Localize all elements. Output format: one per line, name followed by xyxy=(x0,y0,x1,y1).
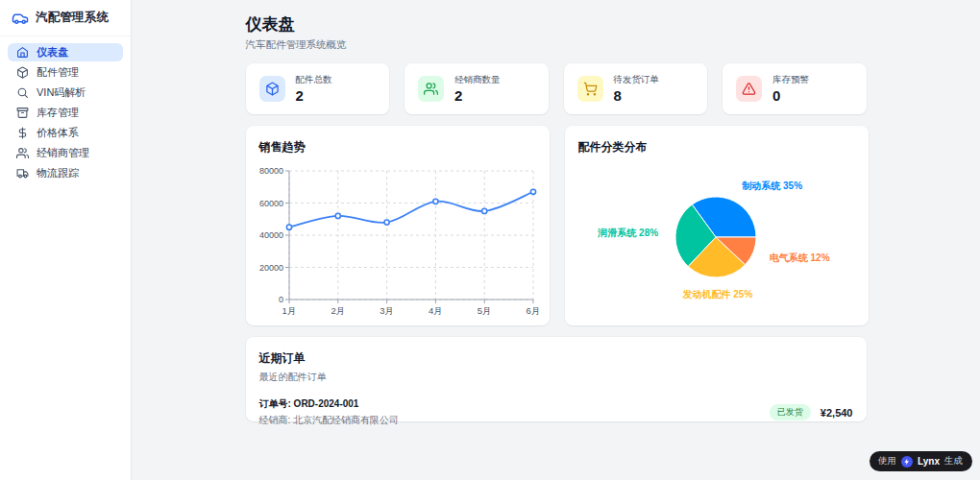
stat-value: 0 xyxy=(772,87,809,104)
main-content: 仪表盘 汽车配件管理系统概览 配件总数 2 经销商数量 2 xyxy=(132,0,980,480)
stats-row: 配件总数 2 经销商数量 2 待发货订单 8 xyxy=(246,63,867,114)
svg-text:发动机配件 25%: 发动机配件 25% xyxy=(681,289,752,300)
status-badge: 已发货 xyxy=(770,404,811,420)
badge-brand: Lynx xyxy=(918,456,940,467)
sidebar-item-label: 物流跟踪 xyxy=(37,166,79,180)
stat-value: 2 xyxy=(454,87,501,104)
stat-label: 经销商数量 xyxy=(454,74,501,86)
sidebar-item-label: 价格体系 xyxy=(37,126,79,140)
chart-title: 销售趋势 xyxy=(259,139,536,156)
stat-label: 待发货订单 xyxy=(614,74,660,86)
sidebar-nav: 仪表盘 配件管理 VIN码解析 库存管理 价格体系 经销商管理 xyxy=(0,36,131,191)
sidebar-item-vin[interactable]: VIN码解析 xyxy=(8,84,123,102)
page-title: 仪表盘 xyxy=(246,13,867,36)
stat-label: 配件总数 xyxy=(296,74,332,86)
stat-card-parts-total: 配件总数 2 xyxy=(246,63,390,114)
category-pie-chart: 制动系统 35%润滑系统 28%发动机配件 25%电气系统 12% xyxy=(578,159,855,324)
sidebar-item-label: 仪表盘 xyxy=(37,45,68,60)
svg-text:2月: 2月 xyxy=(331,305,345,316)
sidebar-item-label: 经销商管理 xyxy=(37,146,89,160)
sidebar-item-label: 配件管理 xyxy=(37,65,79,80)
archive-icon xyxy=(16,107,29,119)
orders-title: 近期订单 xyxy=(259,350,853,367)
recent-orders-card: 近期订单 最近的配件订单 订单号: ORD-2024-001 经销商: 北京汽配… xyxy=(246,337,867,421)
order-dealer: 经销商: 北京汽配经销商有限公司 xyxy=(259,414,400,427)
stat-card-dealer-count: 经销商数量 2 xyxy=(404,63,549,114)
car-icon xyxy=(12,10,29,27)
app-title: 汽配管理系统 xyxy=(36,10,109,26)
svg-text:6月: 6月 xyxy=(526,305,540,316)
orders-subtitle: 最近的配件订单 xyxy=(259,371,853,384)
stat-value: 2 xyxy=(296,87,332,104)
svg-text:20000: 20000 xyxy=(258,263,282,273)
sidebar-item-inventory[interactable]: 库存管理 xyxy=(8,104,123,122)
sidebar-item-logistics[interactable]: 物流跟踪 xyxy=(8,164,123,182)
truck-icon xyxy=(16,167,29,180)
order-row[interactable]: 订单号: ORD-2024-001 经销商: 北京汽配经销商有限公司 已发货 ¥… xyxy=(259,397,853,427)
chart-title: 配件分类分布 xyxy=(578,139,855,156)
sidebar-item-parts[interactable]: 配件管理 xyxy=(8,63,123,82)
sidebar-item-label: 库存管理 xyxy=(37,106,79,120)
svg-text:40000: 40000 xyxy=(258,230,282,240)
stat-card-stock-alert: 库存预警 0 xyxy=(723,63,867,114)
sidebar-item-dealers[interactable]: 经销商管理 xyxy=(8,144,123,162)
category-distribution-card: 配件分类分布 制动系统 35%润滑系统 28%发动机配件 25%电气系统 12% xyxy=(565,126,869,325)
lynx-logo-icon xyxy=(901,456,913,468)
order-meta: 已发货 ¥2,540 xyxy=(770,404,853,420)
svg-text:电气系统 12%: 电气系统 12% xyxy=(769,252,829,263)
home-icon xyxy=(16,46,29,59)
alert-triangle-icon xyxy=(736,76,762,102)
svg-text:5月: 5月 xyxy=(477,305,491,316)
order-info: 订单号: ORD-2024-001 经销商: 北京汽配经销商有限公司 xyxy=(259,397,400,427)
search-icon xyxy=(16,86,29,99)
order-number: 订单号: ORD-2024-001 xyxy=(259,397,400,411)
order-amount: ¥2,540 xyxy=(821,407,853,419)
svg-text:3月: 3月 xyxy=(380,305,394,316)
svg-text:80000: 80000 xyxy=(258,166,282,176)
lynx-generated-badge[interactable]: 使用 Lynx 生成 xyxy=(870,451,972,471)
sales-trend-card: 销售趋势 0200004000060000800001月2月3月4月5月6月 xyxy=(246,126,550,325)
sidebar-item-pricing[interactable]: 价格体系 xyxy=(8,124,123,142)
charts-row: 销售趋势 0200004000060000800001月2月3月4月5月6月 配… xyxy=(246,126,867,325)
svg-text:0: 0 xyxy=(278,295,282,304)
sidebar-item-label: VIN码解析 xyxy=(37,85,86,100)
stat-label: 库存预警 xyxy=(772,74,809,86)
svg-text:润滑系统 28%: 润滑系统 28% xyxy=(597,228,658,238)
app-logo: 汽配管理系统 xyxy=(0,0,131,36)
package-icon xyxy=(259,76,285,102)
package-icon xyxy=(16,66,29,79)
users-icon xyxy=(418,76,444,102)
dollar-icon xyxy=(16,127,29,139)
app-window: 汽配管理系统 仪表盘 配件管理 VIN码解析 库存管理 价格体系 xyxy=(0,0,980,480)
svg-text:1月: 1月 xyxy=(282,305,296,316)
svg-text:4月: 4月 xyxy=(429,305,443,316)
sales-trend-line-chart: 0200004000060000800001月2月3月4月5月6月 xyxy=(259,159,536,324)
stat-card-pending-orders: 待发货订单 8 xyxy=(564,63,708,114)
badge-prefix: 使用 xyxy=(878,455,896,468)
page-header: 仪表盘 汽车配件管理系统概览 xyxy=(246,13,867,52)
svg-text:60000: 60000 xyxy=(258,199,282,208)
page-subtitle: 汽车配件管理系统概览 xyxy=(246,38,867,52)
stat-value: 8 xyxy=(614,87,660,104)
badge-suffix: 生成 xyxy=(944,455,963,468)
svg-text:制动系统 35%: 制动系统 35% xyxy=(741,180,802,191)
sidebar: 汽配管理系统 仪表盘 配件管理 VIN码解析 库存管理 价格体系 xyxy=(0,0,132,480)
users-icon xyxy=(16,147,29,159)
cart-icon xyxy=(577,76,603,102)
sidebar-item-dashboard[interactable]: 仪表盘 xyxy=(8,43,123,61)
